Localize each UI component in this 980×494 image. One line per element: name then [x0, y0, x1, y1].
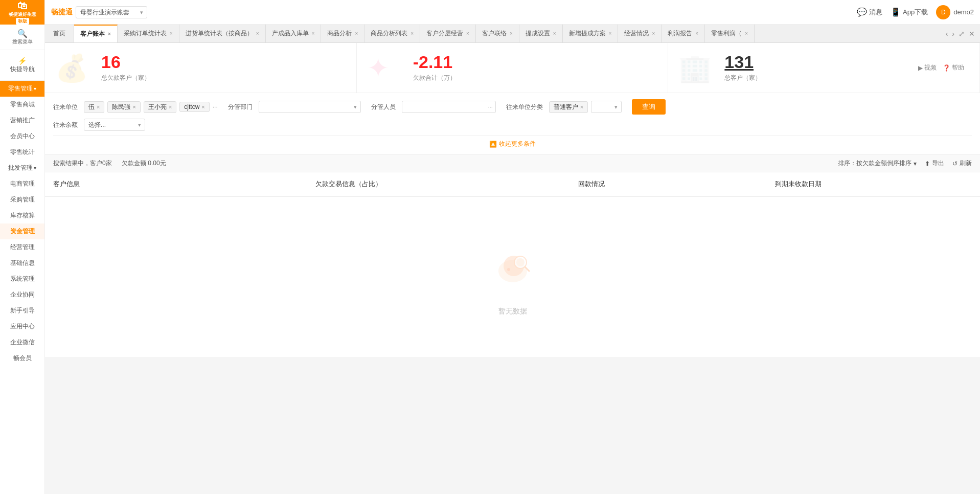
- logo-text: 畅捷通好生意: [9, 12, 36, 17]
- app-logo: 🛍 畅捷通好生意 标版: [0, 0, 44, 25]
- tab-new-remind-plan-close[interactable]: ×: [609, 31, 612, 36]
- sidebar-enterprise-wechat-label: 企业微信: [2, 338, 42, 347]
- sidebar-item-enterprise-collab[interactable]: 企业协同: [0, 287, 44, 303]
- sidebar-item-retail-mgmt[interactable]: 零售管理▾: [0, 81, 44, 97]
- tab-customer-contact-close[interactable]: ×: [510, 31, 513, 36]
- sidebar-item-vip-member[interactable]: 畅会员: [0, 350, 44, 366]
- sidebar-purchase-mgmt-label: 采购管理: [2, 195, 42, 204]
- logo-subtext: 标版: [16, 18, 29, 25]
- tab-fullscreen-icon[interactable]: ⤢: [958, 29, 966, 39]
- results-actions: 排序：按欠款金额倒序排序 ▾ ⬆ 导出 ↺ 刷新: [838, 159, 972, 168]
- tab-operation-status-close[interactable]: ×: [652, 31, 655, 36]
- filter-tag-cjttcw-close[interactable]: ×: [201, 104, 204, 110]
- user-menu[interactable]: D demo2: [936, 5, 974, 19]
- filter-tag-normal-customer-close[interactable]: ×: [580, 104, 583, 110]
- tab-customer-tier-label: 客户分层经营: [426, 29, 463, 38]
- tab-product-analysis[interactable]: 商品分析 ×: [321, 25, 364, 43]
- tab-remind-settings-close[interactable]: ×: [553, 31, 556, 36]
- sidebar-item-enterprise-wechat[interactable]: 企业微信: [0, 334, 44, 350]
- stat-card-debt-amount: ✦ -2.11 欠款合计（万）: [357, 43, 669, 93]
- tab-next-icon[interactable]: ›: [951, 29, 955, 39]
- sidebar-item-member-center[interactable]: 会员中心: [0, 128, 44, 144]
- filter-tag-wang-text: 王小亮: [148, 103, 167, 111]
- tab-home[interactable]: 首页: [45, 25, 74, 43]
- sidebar-item-inventory[interactable]: 库存核算: [0, 208, 44, 223]
- refresh-button[interactable]: ↺ 刷新: [952, 159, 972, 168]
- sidebar-search[interactable]: 🔍 搜索菜单: [0, 25, 44, 50]
- sidebar-item-app-center[interactable]: 应用中心: [0, 319, 44, 334]
- tab-operation-status[interactable]: 经营情况 ×: [618, 25, 662, 43]
- message-button[interactable]: 💬 消息: [857, 7, 882, 17]
- version-selector-wrapper[interactable]: 母婴行业演示账套: [76, 6, 147, 18]
- sidebar-retail-stats-label: 零售统计: [2, 148, 42, 156]
- tab-purchase-order-stats-close[interactable]: ×: [170, 31, 173, 36]
- tab-customer-account-close[interactable]: ×: [108, 31, 111, 37]
- message-label: 消息: [869, 8, 882, 17]
- filter-more-tags[interactable]: ···: [213, 103, 218, 110]
- app-download-label: App下载: [903, 8, 928, 17]
- filter-person-wrapper[interactable]: [402, 101, 496, 113]
- filter-balance-wrapper[interactable]: 选择...: [84, 119, 145, 131]
- sidebar-ecom-mgmt-label: 电商管理: [2, 179, 42, 188]
- tab-produce-inbound-close[interactable]: ×: [312, 31, 315, 36]
- sidebar-item-retail-mall[interactable]: 零售商城: [0, 97, 44, 113]
- filter-unit-type-label: 往来单位分类: [506, 103, 543, 111]
- export-button[interactable]: ⬆ 导出: [925, 159, 944, 168]
- sidebar-item-quick-nav[interactable]: ⚡ 快捷导航: [0, 53, 44, 77]
- tab-customer-tier-close[interactable]: ×: [466, 31, 469, 36]
- filter-dept-wrapper[interactable]: [259, 101, 361, 113]
- filter-dept-select[interactable]: [259, 101, 361, 113]
- tab-customer-account[interactable]: 客户账本 ×: [74, 25, 118, 43]
- tab-profit-report-label: 利润报告: [668, 29, 692, 38]
- version-selector[interactable]: 母婴行业演示账套: [76, 6, 147, 18]
- filter-tag-wang-close[interactable]: ×: [169, 104, 172, 110]
- sidebar-item-purchase-mgmt[interactable]: 采购管理: [0, 192, 44, 208]
- table-col-repayment: 回款情况: [578, 177, 775, 191]
- sidebar-item-sys-mgmt[interactable]: 系统管理: [0, 271, 44, 287]
- tab-profit-report[interactable]: 利润报告 ×: [662, 25, 705, 43]
- sidebar-app-center-label: 应用中心: [2, 322, 42, 331]
- filter-balance-select[interactable]: 选择...: [84, 119, 145, 131]
- tab-customer-contact[interactable]: 客户联络 ×: [476, 25, 519, 43]
- sidebar-item-fund-mgmt[interactable]: 资金管理: [0, 223, 44, 239]
- query-button[interactable]: 查询: [632, 99, 666, 115]
- sidebar-item-newbie-guide[interactable]: 新手引导: [0, 303, 44, 319]
- sidebar-item-ecom-mgmt[interactable]: 电商管理: [0, 176, 44, 192]
- collapse-button[interactable]: 🔼 收起更多条件: [489, 140, 536, 148]
- tab-profit-report-close[interactable]: ×: [695, 31, 698, 36]
- tab-inbound-stats-close[interactable]: ×: [256, 31, 259, 36]
- sidebar-item-batch-mgmt[interactable]: 批发管理: [0, 160, 44, 176]
- tab-prev-icon[interactable]: ‹: [945, 29, 949, 39]
- tab-purchase-order-stats[interactable]: 采购订单统计表 ×: [118, 25, 179, 43]
- sidebar-item-marketing[interactable]: 营销推广: [0, 113, 44, 128]
- app-icon: 📱: [891, 7, 901, 17]
- help-button[interactable]: ❓ 帮助: [943, 63, 964, 72]
- app-download-button[interactable]: 📱 App下载: [891, 7, 928, 17]
- video-button[interactable]: ▶ 视频: [918, 63, 937, 72]
- filter-unit-type-wrapper[interactable]: [591, 101, 622, 113]
- table-header: 客户信息 欠款交易信息（占比） 回款情况 到期未收款日期: [45, 172, 980, 197]
- filter-tag-chen-close[interactable]: ×: [132, 104, 135, 110]
- tab-new-remind-plan[interactable]: 新增提成方案 ×: [563, 25, 619, 43]
- tab-retail-profit-close[interactable]: ×: [745, 31, 748, 36]
- sidebar-item-retail-stats[interactable]: 零售统计: [0, 144, 44, 160]
- sidebar-item-operations-mgmt[interactable]: 经营管理: [0, 239, 44, 255]
- tab-close-all-icon[interactable]: ✕: [968, 29, 976, 39]
- tab-produce-inbound[interactable]: 产成品入库单 ×: [266, 25, 322, 43]
- tab-retail-profit[interactable]: 零售利润（ ×: [705, 25, 755, 43]
- tab-inbound-stats[interactable]: 进货单统计表（按商品） ×: [179, 25, 266, 43]
- stat-card-debt-customers: 💰 16 总欠款客户（家）: [45, 43, 357, 93]
- tab-customer-tier[interactable]: 客户分层经营 ×: [420, 25, 476, 43]
- stat-debt-amount-value: -2.11: [413, 53, 456, 71]
- tab-product-analysis-list-close[interactable]: ×: [411, 31, 414, 36]
- sidebar-item-basic-info[interactable]: 基础信息: [0, 255, 44, 271]
- filter-unit-type-select[interactable]: [591, 101, 622, 113]
- tab-product-analysis-list[interactable]: 商品分析列表 ×: [364, 25, 420, 43]
- sidebar-sys-mgmt-label: 系统管理: [2, 275, 42, 283]
- tab-product-analysis-close[interactable]: ×: [355, 31, 358, 36]
- tab-remind-settings[interactable]: 提成设置 ×: [519, 25, 563, 43]
- filter-tag-wu-close[interactable]: ×: [97, 104, 100, 110]
- filter-person-input[interactable]: [402, 101, 496, 113]
- stats-row: 💰 16 总欠款客户（家） ✦ -2.11 欠款合计（万） 🏢 131: [45, 43, 980, 93]
- sort-select[interactable]: 排序：按欠款金额倒序排序 ▾: [838, 159, 917, 168]
